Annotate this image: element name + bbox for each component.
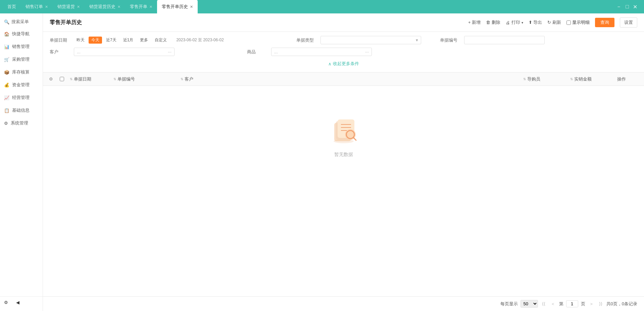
th-guide-label: 导购员 [527,76,540,82]
total-label: 共0页，0条记录 [606,301,637,307]
goods-select-ellipsis: ··· [365,49,369,54]
select-all-checkbox-container[interactable] [56,77,67,81]
sidebar-item-system[interactable]: ⚙ 系统管理 [0,117,43,129]
th-amount-sort-icon[interactable]: ⇅ [570,77,573,81]
tab-return-history-close[interactable]: ✕ [117,5,120,9]
content-area: 零售开单历史 + 新增 🗑 删除 🖨 🖨 打印 打印 ▾ ⬆ 导出 ↻ 刷新 显… [43,13,644,311]
purchase-icon: 🛒 [4,57,9,62]
filter-row-1: 单据日期 昨天 今天 近7天 近1月 更多 自定义 2023-06-02 至 2… [50,36,637,44]
tab-retail[interactable]: 零售开单 ✕ [125,0,157,13]
type-select[interactable]: ▾ [320,36,421,44]
date-filter-label: 单据日期 [50,37,68,43]
tab-return-close[interactable]: ✕ [77,5,80,9]
last-page-button[interactable]: ⟩⟩ [598,301,604,307]
tab-sales-order-close[interactable]: ✕ [45,5,48,9]
sidebar-item-basic[interactable]: 📋 基础信息 [0,104,43,117]
sidebar-search-label: 搜索采单 [11,19,29,25]
type-select-chevron: ▾ [416,38,418,43]
date-today[interactable]: 今天 [89,37,102,44]
th-sort-icon[interactable]: ⇅ [70,77,72,81]
tab-sales-order[interactable]: 销售订单 ✕ [21,0,53,13]
window-controls: － □ ✕ [616,3,641,10]
sidebar-item-inventory[interactable]: 📦 库存核算 [0,66,43,79]
sidebar-bottom: ⚙ ◀ [0,296,43,308]
nav-icon: 🏠 [4,32,9,37]
tab-return[interactable]: 销货退货 ✕ [53,0,85,13]
per-page-select[interactable]: 50 100 200 [521,300,538,308]
collapse-label: 收起更多条件 [333,61,359,67]
first-page-button[interactable]: ⟨⟨ [541,301,547,307]
goods-select[interactable]: ... ··· [271,48,372,56]
page-label: 页 [581,301,585,307]
search-icon: 🔍 [4,19,9,24]
window-close-button[interactable]: ✕ [633,4,637,10]
settings-button[interactable]: 设置 [620,17,637,28]
sidebar-system-label: 系统管理 [11,120,28,126]
operations-icon: 📈 [4,95,9,100]
tab-home[interactable]: 首页 [3,0,21,13]
date-yesterday[interactable]: 昨天 [74,37,87,44]
tab-return-label: 销货退货 [57,4,75,10]
sidebar-collapse-icon[interactable]: ◀ [16,300,19,305]
empty-text: 暂无数据 [334,152,353,158]
sidebar-item-purchase[interactable]: 🛒 采购管理 [0,53,43,66]
sidebar: 🔍 搜索采单 🏠 快捷导航 📊 销售管理 🛒 采购管理 📦 库存核算 💰 资金管… [0,13,43,311]
sidebar-inventory-label: 库存核算 [12,69,30,75]
query-button[interactable]: 查询 [595,18,614,27]
date-7days[interactable]: 近7天 [103,37,119,44]
th-number-sort-icon[interactable]: ⇅ [113,77,116,81]
finance-icon: 💰 [4,83,9,88]
sidebar-item-operations[interactable]: 📈 经营管理 [0,91,43,104]
page-number-input[interactable] [566,300,578,307]
maximize-button[interactable]: □ [626,4,629,10]
add-button[interactable]: + 新增 [468,19,481,25]
customer-select-ellipsis: ··· [168,49,171,54]
type-filter-label: 单据类型 [296,37,315,43]
sidebar-purchase-label: 采购管理 [12,56,30,62]
th-guide: ⇅ 导购员 [521,76,567,82]
collapse-button[interactable]: ∧ 收起更多条件 [50,59,637,68]
sidebar-search[interactable]: 🔍 搜索采单 [0,16,43,28]
th-date: ⇅ 单据日期 [67,76,111,82]
empty-icon [327,113,360,146]
tab-retail-history[interactable]: 零售开单历史 ✕ [157,0,198,13]
date-shortcuts: 昨天 今天 近7天 近1月 更多 自定义 [74,37,169,44]
tab-retail-label: 零售开单 [130,4,147,10]
sales-icon: 📊 [4,44,9,49]
print-button[interactable]: 🖨 🖨 打印 打印 ▾ [506,19,523,25]
column-settings-button[interactable]: ⚙ [46,76,56,82]
sidebar-sales-label: 销售管理 [12,44,30,50]
page-header: 零售开单历史 + 新增 🗑 删除 🖨 🖨 打印 打印 ▾ ⬆ 导出 ↻ 刷新 显… [43,13,644,32]
prev-page-button[interactable]: ＜ [549,300,556,308]
sidebar-item-finance[interactable]: 💰 资金管理 [0,79,43,91]
th-guide-sort-icon[interactable]: ⇅ [523,77,526,81]
th-action-label: 操作 [617,76,626,82]
filter-row-2: 客户 ... ··· 商品 ... ··· [50,48,637,56]
svg-line-9 [353,138,356,140]
delete-button[interactable]: 🗑 删除 [486,19,500,25]
tab-return-history[interactable]: 销货退货历史 ✕ [85,0,125,13]
th-amount: ⇅ 实销金额 [567,76,614,82]
select-all-checkbox[interactable] [60,77,64,81]
display-detail-checkbox[interactable] [566,20,571,25]
system-icon: ⚙ [4,121,8,126]
date-1month[interactable]: 近1月 [120,37,136,44]
tab-home-label: 首页 [7,4,16,10]
tab-retail-close[interactable]: ✕ [149,5,152,9]
date-more[interactable]: 更多 [137,37,151,44]
customer-select[interactable]: ... ··· [74,48,175,56]
tab-retail-history-close[interactable]: ✕ [190,5,193,9]
sidebar-settings-icon[interactable]: ⚙ [4,300,8,305]
next-page-button[interactable]: ＞ [588,300,595,308]
empty-state: 暂无数据 [43,86,644,185]
minimize-button[interactable]: － [616,3,622,10]
pagination: 每页显示 50 100 200 ⟨⟨ ＜ 第 页 ＞ ⟩⟩ 共0页，0条记录 [43,296,644,311]
date-custom[interactable]: 自定义 [152,37,169,44]
export-button[interactable]: ⬆ 导出 [529,19,542,25]
refresh-button[interactable]: ↻ 刷新 [547,19,561,25]
th-customer-sort-icon[interactable]: ⇅ [181,77,183,81]
sidebar-item-nav[interactable]: 🏠 快捷导航 [0,28,43,40]
display-detail-label[interactable]: 显示明细 [566,19,590,25]
number-input[interactable] [464,36,545,44]
sidebar-item-sales[interactable]: 📊 销售管理 [0,40,43,53]
